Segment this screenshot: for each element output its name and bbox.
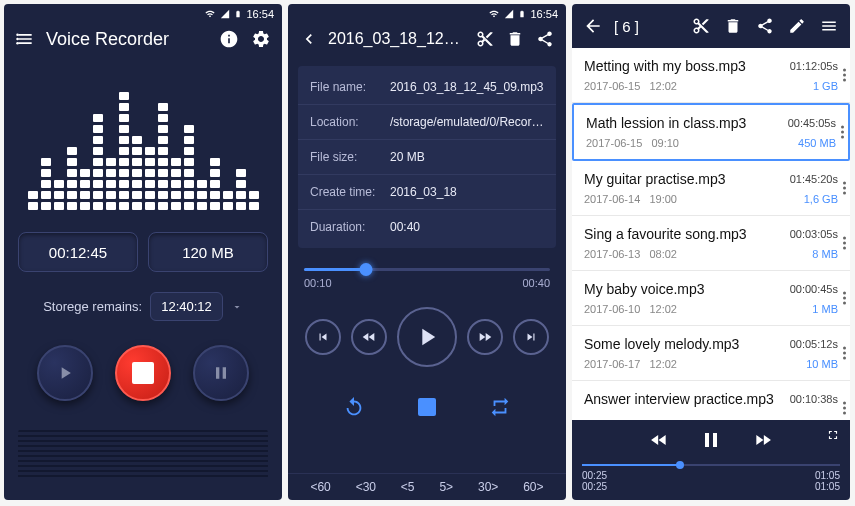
file-item[interactable]: Answer interview practice.mp3 00:10:38s [572, 381, 850, 420]
share-icon[interactable] [754, 15, 776, 37]
file-duration: 01:45:20s [790, 173, 838, 185]
wifi-icon [204, 9, 216, 19]
back-icon[interactable] [582, 15, 604, 37]
audio-visualizer [18, 60, 268, 220]
cut-icon[interactable] [690, 15, 712, 37]
storage-value[interactable]: 12:40:12 [150, 292, 223, 321]
file-duration: 00:05:12s [790, 338, 838, 350]
skip-amount[interactable]: <60 [310, 480, 330, 494]
app-title: Voice Recorder [46, 29, 208, 50]
battery-icon [518, 8, 526, 20]
svg-point-0 [16, 34, 19, 37]
file-size: 10 MB [806, 358, 838, 370]
skip-end-button[interactable] [513, 319, 549, 355]
info-label: Location: [310, 115, 390, 129]
record-stop-button[interactable] [115, 345, 171, 401]
svg-point-2 [16, 42, 19, 45]
file-item[interactable]: My baby voice.mp3 00:00:45s 2017-06-10 1… [572, 271, 850, 326]
seek-position: 00:10 [304, 277, 332, 289]
file-item[interactable]: Metting with my boss.mp3 01:12:05s 2017-… [572, 48, 850, 103]
recorder-screen: 16:54 Voice Recorder 00:12:45 120 MB Sto… [4, 4, 282, 500]
share-icon[interactable] [534, 28, 556, 50]
back-icon[interactable] [298, 28, 320, 50]
mini-position2: 00:25 [582, 481, 607, 492]
file-count: [ 6 ] [614, 18, 639, 35]
info-label: Duaration: [310, 220, 390, 234]
file-date [584, 413, 593, 420]
gear-icon[interactable] [250, 28, 272, 50]
stop-button[interactable] [411, 391, 443, 423]
menu-icon[interactable] [14, 28, 36, 50]
file-item[interactable]: Sing a favourite song.mp3 00:03:05s 2017… [572, 216, 850, 271]
chevron-down-icon[interactable] [231, 301, 243, 313]
more-icon[interactable] [843, 292, 846, 305]
file-list[interactable]: Metting with my boss.mp3 01:12:05s 2017-… [572, 48, 850, 420]
file-duration: 00:00:45s [790, 283, 838, 295]
cut-icon[interactable] [474, 28, 496, 50]
play-button[interactable] [37, 345, 93, 401]
more-icon[interactable] [843, 237, 846, 250]
forward-button[interactable] [753, 430, 773, 454]
file-size: 8 MB [812, 248, 838, 260]
edit-icon[interactable] [786, 15, 808, 37]
more-icon[interactable] [841, 126, 844, 139]
status-bar: 16:54 [288, 4, 566, 24]
player-filename: 2016_03_18_12_45_... [328, 30, 466, 48]
skip-amount[interactable]: <30 [356, 480, 376, 494]
status-bar: 16:54 [4, 4, 282, 24]
storage-row: Storege remains: 12:40:12 [18, 292, 268, 321]
list-header: [ 6 ] [572, 4, 850, 48]
skip-amount[interactable]: 30> [478, 480, 498, 494]
skip-start-button[interactable] [305, 319, 341, 355]
info-value: /storage/emulated/0/Recorders/ [390, 115, 544, 129]
info-value: 2016_03_18_12_45_09.mp3 [390, 80, 544, 94]
more-icon[interactable] [843, 402, 846, 415]
more-icon[interactable] [843, 69, 846, 82]
replay-icon[interactable] [338, 391, 370, 423]
status-time: 16:54 [530, 8, 558, 20]
skip-amounts-row: <60<30<55>30>60> [288, 473, 566, 500]
repeat-icon[interactable] [484, 391, 516, 423]
file-name: Answer interview practice.mp3 [584, 391, 774, 407]
trash-icon[interactable] [504, 28, 526, 50]
expand-icon[interactable] [826, 428, 840, 446]
info-label: Create time: [310, 185, 390, 199]
skip-amount[interactable]: <5 [401, 480, 415, 494]
mini-seek-bar[interactable] [582, 464, 840, 466]
info-label: File size: [310, 150, 390, 164]
file-item[interactable]: My guitar practise.mp3 01:45:20s 2017-06… [572, 161, 850, 216]
rewind-button[interactable] [351, 319, 387, 355]
pause-button[interactable] [699, 428, 723, 456]
rewind-button[interactable] [649, 430, 669, 454]
skip-amount[interactable]: 60> [523, 480, 543, 494]
play-button[interactable] [397, 307, 457, 367]
file-item[interactable]: Math lession in class.mp3 00:45:05s 2017… [572, 103, 850, 161]
file-date: 2017-06-10 12:02 [584, 303, 677, 315]
mini-position: 00:25 [582, 470, 607, 481]
file-item[interactable]: Some lovely melody.mp3 00:05:12s 2017-06… [572, 326, 850, 381]
battery-icon [234, 8, 242, 20]
player-screen: 16:54 2016_03_18_12_45_... File name:201… [288, 4, 566, 500]
seek-bar[interactable]: 00:10 00:40 [304, 268, 550, 289]
file-date: 2017-06-14 19:00 [584, 193, 677, 205]
file-name: Sing a favourite song.mp3 [584, 226, 747, 242]
elapsed-time: 00:12:45 [18, 232, 138, 272]
file-date: 2017-06-13 08:02 [584, 248, 677, 260]
info-label: File name: [310, 80, 390, 94]
file-list-screen: [ 6 ] Metting with my boss.mp3 01:12:05s… [572, 4, 850, 500]
file-name: Math lession in class.mp3 [586, 115, 746, 131]
menu-icon[interactable] [818, 15, 840, 37]
skip-amount[interactable]: 5> [439, 480, 453, 494]
wifi-icon [488, 9, 500, 19]
pause-button[interactable] [193, 345, 249, 401]
trash-icon[interactable] [722, 15, 744, 37]
more-icon[interactable] [843, 182, 846, 195]
signal-icon [504, 9, 514, 19]
stats-row: 00:12:45 120 MB [18, 232, 268, 272]
forward-button[interactable] [467, 319, 503, 355]
info-icon[interactable] [218, 28, 240, 50]
speaker-decoration [18, 427, 268, 477]
more-icon[interactable] [843, 347, 846, 360]
seek-duration: 00:40 [522, 277, 550, 289]
info-row: Location:/storage/emulated/0/Recorders/ [298, 105, 556, 140]
